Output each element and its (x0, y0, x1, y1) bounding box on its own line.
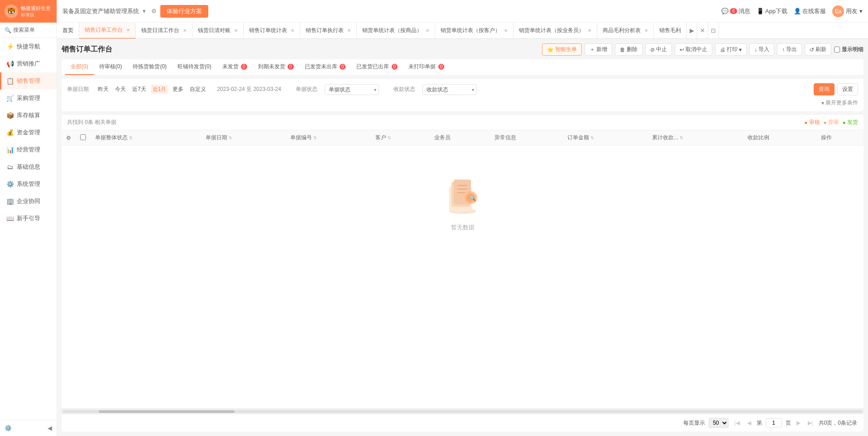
settings-filter-button[interactable]: 设置 (837, 83, 858, 95)
tab-sales-gross[interactable]: 销售毛利 (654, 23, 687, 39)
sort-status[interactable]: 单据整体状态 ⇅ (95, 134, 133, 142)
sort-number[interactable]: 单据编号 ⇅ (290, 134, 317, 142)
refresh-button[interactable]: ↺ 刷新 (805, 43, 831, 56)
dropdown-icon[interactable]: ▾ (143, 8, 146, 14)
subtab-not-printed[interactable]: 未打印单据 0 (403, 59, 450, 75)
tab-close-cash-daily[interactable]: ✕ (183, 28, 187, 33)
tab-close-sales-exec[interactable]: ✕ (347, 28, 351, 33)
sidebar-item-system[interactable]: ⚙️ 系统管理 (0, 175, 57, 193)
print-button[interactable]: 🖨 打印 ▾ (715, 43, 747, 56)
sidebar-item-purchase[interactable]: 🛒 采购管理 (0, 90, 57, 107)
sort-collected[interactable]: 累计收款... ⇅ (652, 134, 683, 142)
tab-close-sales-stat-salesman[interactable]: ✕ (588, 28, 591, 33)
sidebar-item-guide[interactable]: 📖 新手引导 (0, 210, 57, 227)
subtabs: 全部(0) 待审核(0) 待拣货验货(0) 旺铺待发货(0) 未发货 0 到期未… (62, 59, 863, 75)
sidebar-collapse-icon[interactable]: ◀ (48, 425, 52, 431)
gear-icon[interactable]: ⚙ (151, 8, 157, 14)
tab-sales-stat-product[interactable]: 销货单统计表（按商品） ✕ (357, 23, 435, 39)
tab-sales-exec[interactable]: 销售订单执行表 ✕ (300, 23, 357, 39)
bulk-cancel-approve-link[interactable]: ● 弃审 (824, 118, 839, 126)
online-service-btn[interactable]: 👤 在线客服 (794, 7, 826, 15)
sidebar-item-basic-info[interactable]: 🗂 基础信息 (0, 158, 57, 175)
tab-scroll-right[interactable]: ▶ (687, 23, 697, 39)
export-button[interactable]: ↑ 导出 (777, 43, 802, 56)
date-more[interactable]: 更多 (171, 85, 185, 94)
sort-amount[interactable]: 订单金额 ⇅ (567, 134, 594, 142)
import-button[interactable]: ↓ 导入 (749, 43, 774, 56)
smart-order-button[interactable]: ⭐ 智能生单 (542, 43, 582, 56)
date-last7[interactable]: 近7天 (130, 85, 148, 94)
date-today[interactable]: 今天 (113, 85, 128, 94)
tab-sales-stat-customer[interactable]: 销货单统计表（按客户） ✕ (435, 23, 513, 39)
sidebar-item-quick-nav[interactable]: ⚡ 快捷导航 (0, 38, 57, 55)
tab-sales-stat-salesman[interactable]: 销货单统计表（按业务员） ✕ (513, 23, 597, 39)
user-menu[interactable]: Ea 用友 ▾ (832, 5, 863, 17)
sidebar-item-inventory[interactable]: 📦 库存核算 (0, 107, 57, 124)
sidebar-item-operations[interactable]: 📊 经营管理 (0, 141, 57, 158)
sidebar-item-enterprise[interactable]: 🏢 企业协同 (0, 193, 57, 210)
tab-close-product-margin[interactable]: ✕ (644, 28, 648, 33)
subtab-wangpu[interactable]: 旺铺待发货(0) (172, 59, 217, 75)
message-btn[interactable]: 💬 6 消息 (721, 7, 750, 15)
tab-close-sales-stat[interactable]: ✕ (291, 28, 294, 33)
empty-text: 暂无数据 (451, 223, 475, 232)
tab-cash-reconcile[interactable]: 钱货日清对账 ✕ (192, 23, 244, 39)
cancel-stop-button[interactable]: ↩ 取消中止 (675, 43, 712, 56)
subtab-not-shipped[interactable]: 未发货 0 (217, 59, 253, 75)
sidebar-item-finance[interactable]: 💰 资金管理 (0, 124, 57, 141)
col-settings[interactable]: ⚙ (62, 130, 76, 146)
app-download-btn[interactable]: 📱 App下载 (757, 7, 787, 15)
shipped-out-badge: 0 (392, 64, 398, 70)
add-button[interactable]: ＋ 新增 (585, 43, 612, 56)
col-checkbox[interactable] (76, 130, 91, 146)
tab-cash-daily[interactable]: 钱货日清工作台 ✕ (136, 23, 192, 39)
tab-home[interactable]: 首页 (57, 23, 79, 39)
subtab-shipped-out[interactable]: 已发货已出库 0 (351, 59, 403, 75)
sidebar-settings-icon[interactable]: ⚙️ (5, 425, 12, 431)
show-detail-checkbox[interactable] (834, 47, 840, 52)
sort-customer[interactable]: 客户 ⇅ (375, 134, 391, 142)
page-nav-next[interactable]: ▶ (795, 419, 802, 427)
date-yesterday[interactable]: 昨天 (96, 85, 110, 94)
subtab-pending-inspect[interactable]: 待拣货验货(0) (127, 59, 172, 75)
select-all-checkbox[interactable] (80, 134, 86, 140)
page-nav-last[interactable]: ▶| (806, 419, 815, 427)
tab-close-sales-stat-product[interactable]: ✕ (426, 28, 429, 33)
query-button[interactable]: 查询 (814, 83, 834, 95)
delete-button[interactable]: 🗑 删除 (615, 43, 643, 56)
subtab-pending-review[interactable]: 待审核(0) (94, 59, 128, 75)
stop-button[interactable]: ⊘ 中止 (645, 43, 672, 56)
tab-close-cash-reconcile[interactable]: ✕ (234, 28, 238, 33)
tab-sales-order[interactable]: 销售订单工作台 ✕ (79, 23, 136, 39)
sidebar-item-sales[interactable]: 📋 销售管理 (0, 72, 57, 90)
subtab-shipped-not-out[interactable]: 已发货未出库 0 (299, 59, 351, 75)
sort-icon-amount: ⇅ (590, 136, 594, 140)
date-custom[interactable]: 自定义 (188, 85, 208, 94)
scrollbar-thumb[interactable] (99, 410, 235, 413)
status-select[interactable]: 单据状态 (325, 84, 379, 95)
tab-close-sales-stat-customer[interactable]: ✕ (504, 28, 508, 33)
expand-conditions-button[interactable]: ▾ 展开更多条件 (821, 99, 858, 107)
tab-product-margin[interactable]: 商品毛利分析表 ✕ (597, 23, 654, 39)
sidebar-search[interactable]: 🔍 搜索菜单 (0, 23, 57, 38)
industry-plan-button[interactable]: 体验行业方案 (160, 5, 208, 18)
subtab-overdue[interactable]: 到期未发货 0 (253, 59, 299, 75)
tab-maximize[interactable]: ⊡ (708, 23, 719, 39)
sort-date[interactable]: 单据日期 ⇅ (206, 134, 232, 142)
col-number: 单据编号 ⇅ (286, 130, 370, 146)
sidebar-item-marketing[interactable]: 📢 营销推广 (0, 55, 57, 72)
page-nav-first[interactable]: |◀ (732, 419, 741, 427)
tab-close-all[interactable]: ✕ (697, 23, 708, 39)
per-page-select[interactable]: 50 (709, 418, 729, 428)
bulk-ship-link[interactable]: ● 发货 (843, 118, 858, 126)
page-nav-prev[interactable]: ◀ (745, 419, 753, 427)
tab-sales-stat[interactable]: 销售订单统计表 ✕ (244, 23, 300, 39)
date-last-month[interactable]: 近1月 (151, 85, 168, 94)
bulk-approve-link[interactable]: ● 审核 (804, 118, 820, 126)
horizontal-scrollbar[interactable] (62, 408, 863, 414)
show-detail-checkbox-label[interactable]: 显示明细 (834, 46, 863, 53)
payment-select[interactable]: 收款状态 (422, 84, 477, 95)
page-input[interactable] (766, 418, 782, 427)
tab-close-sales-order[interactable]: ✕ (126, 28, 130, 33)
subtab-all[interactable]: 全部(0) (65, 59, 94, 75)
